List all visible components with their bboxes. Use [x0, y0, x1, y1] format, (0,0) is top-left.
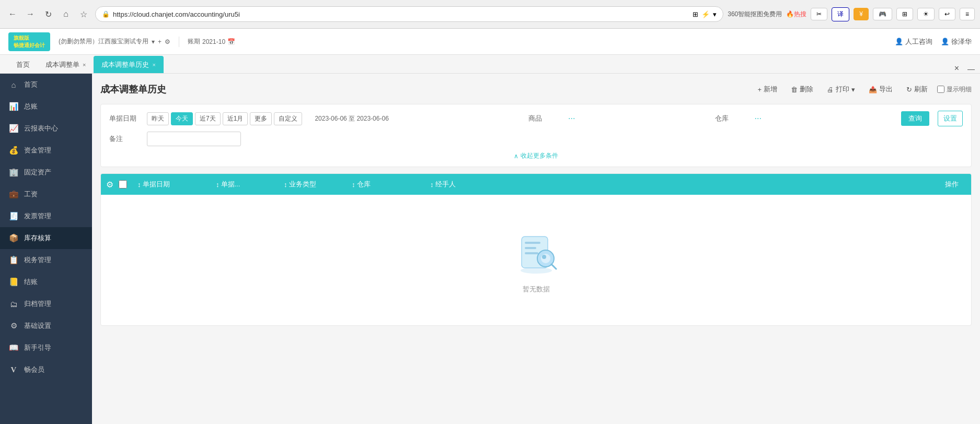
settings-icon[interactable]: ⚙ — [165, 38, 170, 45]
funds-icon: 💰 — [8, 146, 19, 155]
logo-title: 畅捷通好会计 — [14, 42, 45, 49]
tab-cost-adjust-history[interactable]: 成本调整单历史 × — [94, 56, 163, 73]
warehouse-filter-dots[interactable]: ··· — [755, 114, 762, 123]
grid-tool[interactable]: ⊞ — [896, 8, 913, 20]
company-selector[interactable]: (勿删勿禁用）江西服宝测试专用 ▾ + ⚙ — [59, 37, 170, 46]
th-warehouse[interactable]: ↕ 仓库 — [347, 180, 420, 189]
th-date-sort-icon: ↕ — [137, 181, 141, 189]
sidebar-item-close-books[interactable]: 📒 结账 — [0, 271, 92, 293]
date-btn-custom[interactable]: 自定义 — [274, 112, 302, 125]
sidebar-item-settings[interactable]: ⚙ 基础设置 — [0, 315, 92, 337]
sidebar-item-tax[interactable]: 📋 税务管理 — [0, 249, 92, 271]
consult-button[interactable]: 👤 人工咨询 — [895, 37, 932, 46]
th-person[interactable]: ↕ 经手人 — [425, 180, 498, 189]
settings-filter-label: 设置 — [943, 114, 957, 123]
translate-tool[interactable]: 译 — [832, 7, 849, 21]
refresh-button-page[interactable]: ↻ 刷新 — [902, 82, 932, 97]
app-header: 旗舰版 畅捷通好会计 (勿删勿禁用）江西服宝测试专用 ▾ + ⚙ 账期 2021… — [0, 29, 980, 55]
add-button[interactable]: + 新增 — [753, 82, 781, 97]
undo-tool[interactable]: ↩ — [939, 8, 955, 20]
sidebar-item-reports[interactable]: 📈 云报表中心 — [0, 117, 92, 139]
date-btn-today[interactable]: 今天 — [171, 112, 193, 125]
date-btn-7days[interactable]: 近7天 — [195, 112, 221, 125]
table-header: ⚙ ↕ 单据日期 ↕ 单据... ↕ 业务类型 — [101, 174, 971, 195]
th-operation: 操作 — [938, 180, 966, 189]
empty-text: 暂无数据 — [523, 285, 550, 294]
export-icon: 📤 — [869, 86, 877, 93]
th-person-sort-icon: ↕ — [430, 181, 434, 189]
export-label: 导出 — [879, 85, 893, 94]
tab-home[interactable]: 首页 — [8, 56, 38, 73]
date-btn-yesterday[interactable]: 昨天 — [147, 112, 169, 125]
star-button[interactable]: ☆ — [76, 7, 91, 21]
back-button[interactable]: ← — [5, 7, 20, 21]
refresh-button[interactable]: ↻ — [41, 7, 55, 21]
table-gear-icon[interactable]: ⚙ — [106, 180, 113, 190]
user-button[interactable]: 👤 徐泽华 — [941, 37, 972, 46]
tab-cost-adjust-close[interactable]: × — [83, 62, 86, 68]
brightness-tool[interactable]: ☀ — [917, 8, 935, 20]
table-container: ⚙ ↕ 单据日期 ↕ 单据... ↕ 业务类型 — [100, 173, 972, 326]
coin-tool[interactable]: ¥ — [854, 8, 869, 20]
company-name: (勿删勿禁用）江西服宝测试专用 — [59, 37, 148, 46]
refresh-label: 刷新 — [914, 85, 928, 94]
account-period-value[interactable]: 2021-10 — [202, 38, 225, 45]
filter-row-remark: 备注 — [109, 132, 963, 146]
sidebar-item-salary[interactable]: 💼 工资 — [0, 183, 92, 205]
global-min-icon[interactable]: — — [967, 65, 980, 73]
sidebar-item-member[interactable]: V 畅会员 — [0, 359, 92, 381]
add-icon[interactable]: + — [158, 38, 162, 45]
date-btn-more[interactable]: 更多 — [250, 112, 272, 125]
tab-cost-adjust[interactable]: 成本调整单 × — [38, 56, 94, 73]
archive-icon: 🗂 — [8, 300, 19, 309]
sidebar-item-funds[interactable]: 💰 资金管理 — [0, 139, 92, 161]
lock-icon: 🔒 — [102, 10, 110, 18]
print-button[interactable]: 🖨 打印 ▾ — [823, 82, 859, 97]
sidebar-item-archive[interactable]: 🗂 归档管理 — [0, 293, 92, 315]
print-icon: 🖨 — [827, 86, 834, 93]
settings-sidebar-icon: ⚙ — [8, 321, 19, 331]
sidebar-item-guide[interactable]: 📖 新手引导 — [0, 337, 92, 359]
game-tool[interactable]: 🎮 — [873, 8, 892, 20]
th-warehouse-label: 仓库 — [357, 180, 371, 189]
delete-icon: 🗑 — [791, 86, 798, 93]
select-all-checkbox[interactable] — [119, 180, 127, 189]
show-cols-checkbox[interactable] — [937, 86, 944, 93]
menu-tool[interactable]: ≡ — [960, 8, 975, 20]
sidebar-item-archive-label: 归档管理 — [24, 299, 51, 309]
global-close-icon[interactable]: × — [954, 64, 967, 73]
date-quick-btns: 昨天 今天 近7天 近1月 更多 自定义 — [147, 112, 302, 125]
warehouse-filter-label: 仓库 — [715, 114, 744, 123]
forward-button[interactable]: → — [23, 7, 38, 21]
sidebar-item-home-label: 首页 — [24, 80, 38, 89]
sidebar-item-invoice[interactable]: 🧾 发票管理 — [0, 205, 92, 227]
export-button[interactable]: 📤 导出 — [864, 82, 897, 97]
scissors-tool[interactable]: ✂ — [811, 8, 827, 20]
sidebar-item-inventory[interactable]: 📦 库存核算 — [0, 227, 92, 249]
reports-icon: 📈 — [8, 124, 19, 133]
sidebar-item-ledger[interactable]: 📊 总账 — [0, 96, 92, 117]
delete-button[interactable]: 🗑 删除 — [787, 82, 817, 97]
sidebar-item-assets-label: 固定资产 — [24, 168, 51, 177]
empty-state-icon — [510, 226, 562, 278]
remark-filter-input[interactable] — [147, 132, 241, 146]
tab-home-label: 首页 — [16, 60, 30, 69]
address-bar[interactable]: 🔒 https://cloud.chanjet.com/accounting/u… — [95, 6, 723, 22]
date-btn-1month[interactable]: 近1月 — [223, 112, 248, 125]
sidebar-item-assets[interactable]: 🏢 固定资产 — [0, 161, 92, 183]
collapse-button[interactable]: ∧ 收起更多条件 — [109, 151, 963, 160]
show-cols-label: 显示明细 — [937, 85, 972, 94]
settings-filter-button[interactable]: 设置 — [938, 111, 963, 126]
calendar-icon[interactable]: 📅 — [227, 38, 235, 45]
invoice-icon: 🧾 — [8, 211, 19, 221]
tab-cost-adjust-history-close[interactable]: × — [152, 62, 155, 68]
th-num[interactable]: ↕ 单据... — [211, 180, 273, 189]
goods-filter-dots[interactable]: ··· — [568, 114, 575, 123]
th-date[interactable]: ↕ 单据日期 — [132, 180, 205, 189]
home-button[interactable]: ⌂ — [59, 7, 73, 21]
query-button[interactable]: 查询 — [901, 111, 929, 126]
sidebar-item-home[interactable]: ⌂ 首页 — [0, 74, 92, 96]
print-dropdown-icon: ▾ — [851, 86, 855, 93]
date-filter-label: 单据日期 — [109, 114, 139, 123]
th-type[interactable]: ↕ 业务类型 — [279, 180, 341, 189]
